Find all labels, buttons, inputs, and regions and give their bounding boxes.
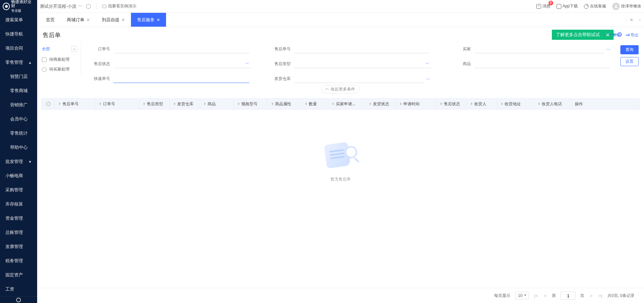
sidebar-label: 搜索菜单 xyxy=(5,17,23,23)
tab-close-current[interactable]: ✕ xyxy=(626,18,636,22)
tab-0[interactable]: 首页 xyxy=(40,13,61,27)
table-col-11[interactable]: ▲▼售后状态 xyxy=(436,99,467,109)
help-banner-close-icon[interactable]: ✕ xyxy=(606,32,610,37)
message-badge: 8 xyxy=(548,1,553,5)
table-col-7[interactable]: ▲▼数量 xyxy=(301,99,328,109)
side-filter-item-0[interactable]: 待商家处理 xyxy=(37,55,81,64)
sort-icon: ▲▼ xyxy=(173,103,176,105)
sidebar-item-11[interactable]: 小畅电商 xyxy=(0,169,37,183)
sidebar-item-6[interactable]: 营销推广 xyxy=(0,98,37,112)
table-col-12[interactable]: ▲▼收货人 xyxy=(467,99,497,109)
table-col-15[interactable]: 操作 xyxy=(571,99,640,109)
table-col-0[interactable]: ▲▼售后单号 xyxy=(55,99,96,109)
sidebar-item-0[interactable]: 搜索菜单 xyxy=(0,13,37,27)
table-col-10[interactable]: ▲▼申请时间 xyxy=(396,99,436,109)
brand-icon xyxy=(3,3,10,10)
sidebar-label: 采购管理 xyxy=(5,187,23,193)
sidebar-label: 快捷导航 xyxy=(5,31,23,37)
sidebar-item-2[interactable]: 项目合同 xyxy=(0,41,37,55)
sort-icon: ▲▼ xyxy=(440,103,442,105)
close-icon[interactable]: ✕ xyxy=(86,18,90,22)
sidebar-item-10[interactable]: 批发管理▼ xyxy=(0,155,37,169)
page-number-input[interactable] xyxy=(561,292,575,300)
tab-label: 到店自提 xyxy=(102,17,119,23)
express-no-input[interactable] xyxy=(113,74,249,83)
sidebar-item-8[interactable]: 零售统计 xyxy=(0,126,37,140)
sidebar-item-12[interactable]: 采购管理 xyxy=(0,183,37,197)
sidebar: 畅捷通好业财 专业版 搜索菜单快捷导航项目合同零售管理▲智慧门店零售商城营销推广… xyxy=(0,0,37,303)
workspace-select[interactable]: 测试分开流程-小况 ﹀ xyxy=(40,3,83,9)
sidebar-item-14[interactable]: 资金管理 xyxy=(0,211,37,225)
product-input[interactable] xyxy=(474,59,610,68)
filter-collapse-icon[interactable]: « xyxy=(71,46,77,52)
page-first-icon[interactable]: |< xyxy=(534,293,539,298)
table-col-14[interactable]: ▲▼收货人电话 xyxy=(534,99,571,109)
brand-logo[interactable]: 畅捷通好业财 专业版 xyxy=(0,0,37,13)
tab-3[interactable]: 售后服务✕ xyxy=(131,13,166,27)
table-col-1[interactable]: ▲▼订单号 xyxy=(96,99,139,109)
page-size-select[interactable]: 10 xyxy=(515,292,529,299)
table-col-5[interactable]: ▲▼规格型号 xyxy=(234,99,268,109)
table-col-6[interactable]: ▲▼商品属性 xyxy=(268,99,301,109)
sidebar-label: 会员中心 xyxy=(10,116,28,122)
table-col-3[interactable]: ▲▼发货仓库 xyxy=(170,99,200,109)
brand-name: 畅捷通好业财 xyxy=(11,0,34,8)
settings-button[interactable]: 设置 xyxy=(620,57,639,66)
sidebar-item-15[interactable]: 总账管理 xyxy=(0,225,37,240)
buyer-more-icon[interactable]: ··· xyxy=(606,46,610,52)
table-settings-col[interactable] xyxy=(42,99,55,109)
sidebar-item-4[interactable]: 智慧门店 xyxy=(0,70,37,84)
filter-all[interactable]: 全部 xyxy=(42,46,50,52)
sort-icon: ▲▼ xyxy=(143,103,145,105)
col-label: 收货地址 xyxy=(505,101,521,107)
sidebar-item-13[interactable]: 库存核算 xyxy=(0,197,37,211)
sidebar-item-9[interactable]: 帮助中心 xyxy=(0,140,37,155)
user-menu[interactable]: 徐泽华修改 xyxy=(612,3,641,10)
workspace-settings-icon[interactable] xyxy=(86,4,91,9)
page-prev-icon[interactable]: < xyxy=(543,293,547,298)
tab-1[interactable]: 商城订单✕ xyxy=(61,13,96,27)
tab-2[interactable]: 到店自提✕ xyxy=(96,13,131,27)
app-download-button[interactable]: App下载 xyxy=(557,3,578,9)
export-link[interactable]: 导出 xyxy=(625,32,639,38)
status-side-filter: 全部 « 待商家处理待买家处理 xyxy=(37,42,81,77)
col-label: 买家申请... xyxy=(336,101,355,107)
collapse-filters-toggle[interactable]: 收起更多条件 xyxy=(322,85,359,93)
sidebar-item-16[interactable]: 发票管理 xyxy=(0,240,37,254)
ship-warehouse-input[interactable] xyxy=(294,74,424,83)
empty-text: 暂无售后单 xyxy=(330,176,351,182)
page-last-icon[interactable]: >| xyxy=(598,293,603,298)
after-sale-no-input[interactable] xyxy=(294,45,430,53)
table-col-8[interactable]: ▲▼买家申请... xyxy=(328,99,366,109)
messages-button[interactable]: 消息 8 xyxy=(536,3,551,9)
tab-more[interactable]: ⁝ xyxy=(636,18,644,22)
demo-link[interactable]: 我要看实例演示 xyxy=(102,3,136,9)
after-type-select[interactable] xyxy=(294,59,431,68)
close-icon[interactable]: ✕ xyxy=(122,18,125,22)
table-col-13[interactable]: ▲▼收货地址 xyxy=(497,99,534,109)
sidebar-item-7[interactable]: 会员中心 xyxy=(0,112,37,126)
page-next-icon[interactable]: > xyxy=(589,293,593,298)
close-icon[interactable]: ✕ xyxy=(157,18,160,22)
after-status-select[interactable] xyxy=(113,59,251,68)
order-no-input[interactable] xyxy=(113,45,249,53)
buyer-input[interactable] xyxy=(474,45,604,53)
sidebar-item-1[interactable]: 快捷导航 xyxy=(0,27,37,41)
table-col-9[interactable]: ▲▼发货状态 xyxy=(366,99,396,109)
col-label: 售后单号 xyxy=(62,101,79,107)
sidebar-item-18[interactable]: 固定资产 xyxy=(0,268,37,282)
table-col-2[interactable]: ▲▼售后类型 xyxy=(139,99,170,109)
sidebar-settings[interactable] xyxy=(0,296,37,303)
online-service-button[interactable]: 在线客服 xyxy=(584,3,606,9)
sidebar-item-3[interactable]: 零售管理▲ xyxy=(0,55,37,70)
headset-icon xyxy=(584,4,589,9)
side-filter-item-1[interactable]: 待买家处理 xyxy=(37,64,81,74)
table-col-4[interactable]: ▲▼商品 xyxy=(200,99,234,109)
sidebar-label: 零售商城 xyxy=(10,88,28,94)
sidebar-label: 库存核算 xyxy=(5,201,23,207)
sidebar-item-5[interactable]: 零售商城 xyxy=(0,84,37,98)
sidebar-item-19[interactable]: 工资 xyxy=(0,282,37,296)
query-button[interactable]: 查询 xyxy=(620,45,639,54)
warehouse-more-icon[interactable]: ··· xyxy=(426,76,430,81)
sidebar-item-17[interactable]: 税务管理 xyxy=(0,254,37,268)
